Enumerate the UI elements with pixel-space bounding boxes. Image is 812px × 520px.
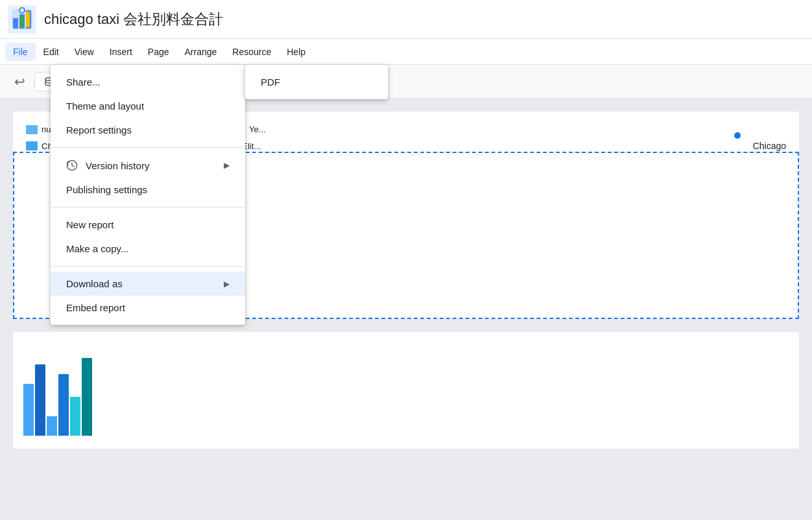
pdf-label: PDF bbox=[261, 77, 280, 88]
menu-arrange[interactable]: Arrange bbox=[177, 43, 225, 61]
embed-report-label: Embed report bbox=[66, 302, 125, 313]
menu-insert[interactable]: Insert bbox=[102, 43, 140, 61]
version-history-arrow: ▶ bbox=[224, 161, 230, 170]
menu-item-new-report[interactable]: New report bbox=[51, 213, 245, 237]
menu-resource[interactable]: Resource bbox=[224, 43, 279, 61]
report-settings-label: Report settings bbox=[66, 124, 132, 136]
version-history-label: Version history bbox=[86, 160, 149, 171]
legend-color-null bbox=[26, 125, 38, 134]
menu-item-embed-report[interactable]: Embed report bbox=[51, 296, 245, 320]
bar-4 bbox=[58, 374, 69, 436]
svg-rect-9 bbox=[26, 12, 30, 27]
menu-view[interactable]: View bbox=[67, 43, 102, 61]
download-as-label: Download as bbox=[66, 278, 123, 289]
menu-item-download-as[interactable]: Download as ▶ bbox=[51, 272, 245, 296]
bar-6 bbox=[82, 358, 92, 436]
menu-edit[interactable]: Edit bbox=[36, 43, 67, 61]
download-submenu: PDF bbox=[245, 65, 388, 99]
app-logo bbox=[8, 5, 36, 34]
legend-color-choice bbox=[26, 141, 38, 150]
bottom-chart bbox=[13, 332, 799, 449]
selection-handle[interactable] bbox=[734, 132, 741, 139]
menu-item-theme[interactable]: Theme and layout bbox=[51, 94, 245, 118]
svg-rect-7 bbox=[14, 19, 18, 27]
version-history-left: Version history bbox=[66, 160, 149, 171]
bar-5 bbox=[70, 397, 80, 436]
divider-1 bbox=[51, 147, 245, 148]
publishing-label: Publishing settings bbox=[66, 184, 147, 195]
divider-2 bbox=[51, 207, 245, 207]
legend-label-ye: Ye... bbox=[249, 124, 266, 134]
menu-file[interactable]: File bbox=[5, 43, 36, 61]
make-copy-label: Make a copy... bbox=[66, 243, 128, 254]
bar-3 bbox=[47, 416, 57, 436]
menu-item-make-copy[interactable]: Make a copy... bbox=[51, 237, 245, 261]
menu-page[interactable]: Page bbox=[140, 43, 177, 61]
menu-item-version-history[interactable]: Version history ▶ bbox=[51, 153, 245, 178]
clock-icon bbox=[66, 160, 78, 171]
theme-label: Theme and layout bbox=[66, 100, 144, 112]
menu-bar: File Edit View Insert Page Arrange Resou… bbox=[0, 39, 812, 65]
bar-1 bbox=[23, 384, 34, 436]
file-dropdown-menu: Share... Theme and layout Report setting… bbox=[51, 65, 245, 325]
menu-item-share[interactable]: Share... bbox=[51, 70, 245, 94]
app-title: chicago taxi 会社別料金合計 bbox=[44, 10, 223, 29]
bar-2 bbox=[35, 364, 45, 436]
undo-button[interactable]: ↩ bbox=[10, 70, 29, 93]
menu-item-pdf[interactable]: PDF bbox=[245, 70, 388, 94]
download-as-arrow: ▶ bbox=[224, 279, 230, 289]
menu-item-report-settings[interactable]: Report settings bbox=[51, 118, 245, 142]
chicago-label: Chicago bbox=[753, 141, 786, 151]
share-label: Share... bbox=[66, 77, 101, 88]
menu-help[interactable]: Help bbox=[279, 43, 313, 61]
menu-item-publishing[interactable]: Publishing settings bbox=[51, 178, 245, 202]
svg-rect-8 bbox=[20, 16, 24, 27]
divider-3 bbox=[51, 266, 245, 266]
new-report-label: New report bbox=[66, 219, 113, 230]
title-bar: chicago taxi 会社別料金合計 bbox=[0, 0, 812, 39]
